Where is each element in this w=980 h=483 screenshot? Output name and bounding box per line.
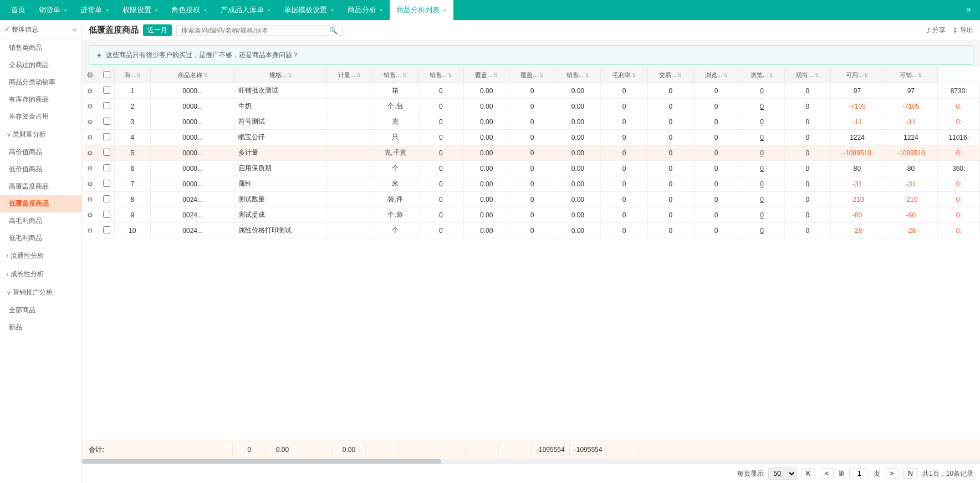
- row-checkbox[interactable]: [99, 223, 114, 238]
- close-icon[interactable]: ×: [443, 7, 446, 13]
- column-available[interactable]: 可用...⇅: [830, 67, 884, 83]
- search-box[interactable]: 🔍: [176, 25, 343, 36]
- column-gear[interactable]: ⚙: [82, 67, 99, 83]
- column-sales-p[interactable]: 销售...⇅: [555, 67, 600, 83]
- row-browse1[interactable]: 0: [739, 207, 784, 223]
- close-icon[interactable]: ×: [330, 7, 334, 13]
- row-sales-amt: 0.00: [463, 145, 509, 161]
- sidebar-item-stock-goods[interactable]: 有库存的商品: [0, 91, 81, 108]
- sidebar-item-low-coverage[interactable]: 低覆盖度商品: [0, 195, 81, 212]
- row-gear[interactable]: ⚙: [82, 114, 99, 130]
- nav-item-sales[interactable]: 销货单 ×: [32, 0, 74, 20]
- close-icon[interactable]: ×: [64, 7, 67, 13]
- row-gear[interactable]: ⚙: [82, 192, 99, 207]
- close-icon[interactable]: ×: [155, 7, 158, 13]
- column-unit[interactable]: 计量...⇅: [326, 67, 372, 83]
- prev-page-button[interactable]: <: [820, 468, 834, 479]
- column-code[interactable]: 商...⇅: [114, 67, 151, 83]
- row-gear[interactable]: ⚙: [82, 99, 99, 114]
- row-checkbox[interactable]: [99, 192, 114, 207]
- row-checkbox[interactable]: [99, 83, 114, 99]
- row-unit: 个,袋: [372, 207, 418, 223]
- last-page-button[interactable]: N: [903, 468, 918, 479]
- sidebar-item-low-margin[interactable]: 低毛利商品: [0, 230, 81, 247]
- column-checkbox[interactable]: [99, 67, 114, 83]
- column-saleable[interactable]: 可销...⇅: [884, 67, 938, 83]
- column-browse2[interactable]: 浏览...⇅: [739, 67, 784, 83]
- sidebar-collapse-button[interactable]: «: [72, 24, 77, 34]
- nav-item-purchase[interactable]: 进货单 ×: [74, 0, 115, 20]
- export-button[interactable]: ↧ 导出: [952, 26, 973, 35]
- row-checkbox[interactable]: [99, 176, 114, 192]
- page-number-input[interactable]: [849, 468, 869, 479]
- row-gear[interactable]: ⚙: [82, 223, 99, 238]
- row-browse1[interactable]: 0: [739, 161, 784, 176]
- sidebar-section-category[interactable]: ∨ 类财富分析: [0, 125, 81, 144]
- row-gear[interactable]: ⚙: [82, 83, 99, 99]
- time-filter-button[interactable]: 近一月: [143, 24, 172, 36]
- nav-item-analysis[interactable]: 商品分析 ×: [341, 0, 390, 20]
- search-input[interactable]: [181, 27, 329, 34]
- sidebar-item-high-coverage[interactable]: 高覆盖度商品: [0, 178, 81, 195]
- close-icon[interactable]: ×: [105, 7, 109, 13]
- sidebar-item-new-goods[interactable]: 新品: [0, 319, 81, 336]
- row-gear[interactable]: ⚙: [82, 130, 99, 145]
- row-gear[interactable]: ⚙: [82, 207, 99, 223]
- column-sales-qty[interactable]: 销售...⇅: [372, 67, 418, 83]
- share-button[interactable]: ⤴ 分享: [927, 26, 946, 35]
- row-gear[interactable]: ⚙: [82, 145, 99, 161]
- select-all-checkbox[interactable]: [103, 71, 110, 78]
- nav-item-home[interactable]: 首页: [4, 0, 32, 20]
- row-checkbox[interactable]: [99, 114, 114, 130]
- sidebar-item-stock-fund[interactable]: 库存资金占用: [0, 108, 81, 125]
- column-cover1[interactable]: 覆盖...⇅: [463, 67, 509, 83]
- row-gear[interactable]: ⚙: [82, 161, 99, 176]
- close-icon[interactable]: ×: [267, 7, 270, 13]
- first-page-button[interactable]: K: [801, 468, 815, 479]
- column-trade[interactable]: 交易...⇅: [648, 67, 693, 83]
- sidebar-item-high-value[interactable]: 高价值商品: [0, 144, 81, 161]
- nav-item-role[interactable]: 角色授权 ×: [165, 0, 213, 20]
- row-checkbox[interactable]: [99, 99, 114, 114]
- close-icon[interactable]: ×: [380, 7, 383, 13]
- row-browse1[interactable]: 0: [739, 145, 784, 161]
- row-gear[interactable]: ⚙: [82, 176, 99, 192]
- row-browse1[interactable]: 0: [739, 99, 784, 114]
- row-browse1[interactable]: 0: [739, 192, 784, 207]
- row-checkbox[interactable]: [99, 145, 114, 161]
- table-row: ⚙ 7 0000... 属性 米 0 0.00 0 0.00 0 0 0 0 0…: [82, 176, 980, 192]
- page-size-select[interactable]: 50 100 200: [768, 467, 797, 480]
- sidebar-item-all-goods[interactable]: 全部商品: [0, 302, 81, 319]
- sidebar-item-high-margin[interactable]: 高毛利商品: [0, 212, 81, 230]
- row-browse1[interactable]: 0: [739, 223, 784, 238]
- sidebar-item-low-value[interactable]: 低价值商品: [0, 161, 81, 178]
- app-close-button[interactable]: ×: [962, 5, 976, 15]
- next-page-button[interactable]: >: [885, 468, 899, 479]
- column-name[interactable]: 商品名称⇅: [151, 67, 235, 83]
- search-icon[interactable]: 🔍: [329, 27, 338, 34]
- sidebar-item-sales-goods[interactable]: 销售类商品: [0, 39, 81, 57]
- nav-item-analysis-list[interactable]: 商品分析列表 ×: [390, 0, 453, 20]
- row-browse1[interactable]: 0: [739, 176, 784, 192]
- column-cover2[interactable]: 覆盖...⇅: [509, 67, 555, 83]
- sidebar-section-flow[interactable]: › 流通性分析: [0, 247, 81, 265]
- sidebar-section-growth[interactable]: › 成长性分析: [0, 265, 81, 283]
- row-browse1[interactable]: 0: [739, 114, 784, 130]
- row-browse1[interactable]: 0: [739, 130, 784, 145]
- sidebar-item-category-rate[interactable]: 商品分类动销率: [0, 74, 81, 91]
- sidebar-item-traded-goods[interactable]: 交易过的商品: [0, 57, 81, 74]
- nav-item-permission[interactable]: 权限设置 ×: [116, 0, 165, 20]
- column-current[interactable]: 现有...⇅: [785, 67, 830, 83]
- column-spec[interactable]: 规格...⇅: [235, 67, 327, 83]
- close-icon[interactable]: ×: [203, 7, 207, 13]
- column-sales-amt[interactable]: 销售...⇅: [418, 67, 463, 83]
- nav-item-template[interactable]: 单据模板设置 ×: [277, 0, 340, 20]
- row-checkbox[interactable]: [99, 161, 114, 176]
- nav-item-product-in[interactable]: 产成品入库单 ×: [214, 0, 277, 20]
- row-checkbox[interactable]: [99, 130, 114, 145]
- row-checkbox[interactable]: [99, 207, 114, 223]
- row-browse1[interactable]: 0: [739, 83, 784, 99]
- column-browse1[interactable]: 浏览...⇅: [693, 67, 739, 83]
- sidebar-section-market[interactable]: ∨ 营销推广分析: [0, 283, 81, 302]
- column-gross-rate[interactable]: 毛利率⇅: [601, 67, 648, 83]
